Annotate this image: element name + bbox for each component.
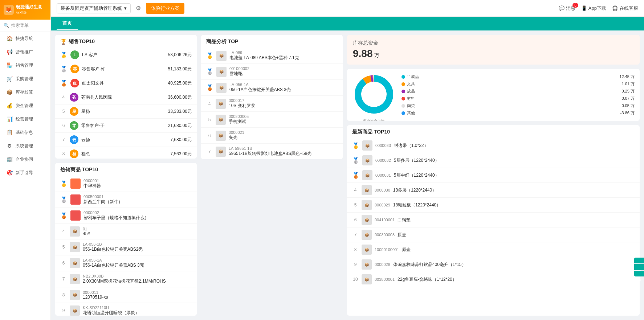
rank-medal: 🥈 — [60, 66, 68, 73]
product-info: 0000011 12070519-xs — [83, 290, 108, 300]
list-item: 5 📦 0000029 18颗粒板（1220*2440） — [347, 198, 640, 213]
inventory-value: 9.88 — [353, 48, 373, 60]
rank-medal: 🥇 — [352, 142, 359, 149]
product-name: 22g鱼豆腐-烧烤味（1*12*20） — [398, 276, 457, 283]
product-info: 000500001 新西兰牛肉（新牛） — [83, 194, 123, 205]
chart-label: 库存资金占比 — [363, 119, 385, 121]
list-item: 🥉 📦 LA-056-1A 056-1A白色按键开关盖ABS 3壳 — [201, 80, 343, 96]
search-icon: 🔍 — [4, 23, 9, 28]
product-img: 📦 — [70, 274, 80, 284]
hot-products-title: 热销商品 TOP10 — [55, 163, 197, 176]
product-name: 原壹 — [398, 232, 406, 238]
product-code: 001000002 — [229, 66, 249, 71]
rank-num: 8 — [352, 247, 359, 252]
sidebar-item-finance[interactable]: 💰资金管理 — [0, 99, 50, 112]
product-code: 000800008 — [375, 233, 395, 237]
chevron-down-icon: ▾ — [124, 5, 127, 11]
rank-num: 6 — [60, 123, 67, 128]
product-code: 0000033 — [375, 143, 391, 148]
sidebar-brand: 畅捷通好生意 标准版 — [16, 4, 42, 15]
product-img: 📦 — [216, 51, 227, 61]
table-row: 4 苍 苍南县人民医院 36,600.00元 — [55, 90, 197, 104]
product-name: 新西兰牛肉（新牛） — [83, 199, 123, 205]
sidebar-item-sales[interactable]: 🏪销售管理 — [0, 59, 50, 72]
product-name: 056-1A白色按键开关盖ABS 3壳 — [229, 87, 291, 93]
tab-home[interactable]: 首页 — [57, 17, 78, 30]
rank-num: 4 — [60, 229, 67, 234]
avatar: L — [70, 50, 79, 59]
sidebar-item-enterprise[interactable]: 🏢企业协同 — [0, 153, 50, 166]
search-menu[interactable]: 🔍 搜索菜单 — [0, 20, 50, 32]
product-img: 📦 — [70, 258, 80, 268]
product-code: 10000100001 — [375, 247, 399, 252]
product-code: 000800005 — [229, 114, 249, 119]
product-info: LA-59651-1B 59651-1B旋转投影灯电池盒ABS黑色+58壳 — [229, 146, 311, 157]
float-button[interactable]: 客服热线 — [634, 258, 644, 263]
product-img: 📦 — [216, 115, 226, 125]
hot-products-card: 热销商品 TOP10 🥇 0000001 中华神器 🥈 000500001 新西… — [55, 163, 197, 316]
avatar: 零 — [70, 65, 79, 73]
inventory-card: 库存总资金 9.88 万 — [347, 35, 640, 65]
app-download-item[interactable]: 📱 App下载 — [581, 5, 606, 12]
product-img: 📦 — [362, 170, 372, 180]
product-name: 体碗嘉枚味苏打饮品400毫升（1*15） — [393, 262, 466, 268]
trophy-icon: 🏆 — [60, 39, 66, 45]
content: 🏆 销售TOP10 🥇 L LS 客户 53,006.26元🥈 零 零售客户-许… — [51, 30, 644, 320]
legend-val: 0.07 万 — [622, 96, 635, 101]
sidebar-item-purchase[interactable]: 🛒采购管理 — [0, 72, 50, 86]
float-button[interactable]: 服务社区 — [634, 264, 644, 270]
list-item: 🥉 0000002 智利车子里（规格不知道填什么） — [55, 208, 197, 224]
online-service-item[interactable]: 🎧 在线客服 — [612, 5, 638, 12]
rank-num: 8 — [60, 151, 67, 156]
sidebar-item-marketing[interactable]: 📢营销推广 — [0, 45, 50, 59]
sidebar-item-system[interactable]: ⚙系统管理 — [0, 139, 50, 153]
float-button[interactable]: 直播 — [634, 271, 644, 276]
try-btn[interactable]: 体验行业方案 — [146, 3, 184, 14]
rank-medal: 🥇 — [60, 180, 68, 187]
product-code: 01 — [83, 227, 90, 231]
message-item[interactable]: 💬 消息 6 — [559, 5, 575, 12]
avatar: 云 — [70, 135, 78, 144]
gear-icon[interactable]: ⚙ — [134, 5, 142, 12]
avatar: 档 — [70, 149, 78, 158]
legend-name: 材料 — [407, 96, 620, 101]
rank-medal: 🥈 — [60, 196, 68, 203]
donut-chart-svg — [352, 73, 396, 116]
legend-name: 其他 — [407, 110, 619, 116]
sidebar-label-guide: 新手引导 — [16, 170, 33, 176]
product-img: 📦 — [362, 200, 372, 210]
sidebar-item-basic-info[interactable]: 📋基础信息 — [0, 126, 50, 139]
product-info: LA-056-1B 056-1B白色按键开关壳ABS2壳 — [83, 242, 143, 253]
inventory-unit: 万 — [374, 52, 379, 59]
sidebar-item-inventory[interactable]: 📦库存核算 — [0, 86, 50, 99]
legend-item: 半成品 12.45 万 — [402, 74, 635, 79]
sidebar-icon-basic-info: 📋 — [6, 130, 13, 135]
customer-value: 33,333.00元 — [168, 108, 192, 115]
inventory-title: 库存总资金 — [353, 40, 634, 46]
sidebar-icon-system: ⚙ — [6, 143, 13, 149]
sidebar-item-guide[interactable]: 🎯新手引导 — [0, 166, 50, 180]
system-selector[interactable]: 装备及固定资产辅助管理系统 ▾ — [57, 3, 131, 13]
product-name: 夹壳 — [229, 135, 244, 141]
product-name: 花语萌恒温分腿睡袋（厚款） — [83, 310, 139, 316]
list-item: 10 📦 003800001 22g鱼豆腐-烧烤味（1*12*20） — [347, 272, 640, 287]
sidebar-item-quick-nav[interactable]: 🏠快捷导航 — [0, 32, 50, 45]
right-panel: 库存总资金 9.88 万 — [347, 35, 640, 316]
mobile-icon: 📱 — [581, 5, 587, 11]
product-name: 白钢垫 — [398, 217, 411, 223]
list-item: 8 📦 10000100001 原壹 — [347, 242, 640, 257]
product-img: 📦 — [362, 230, 372, 240]
product-code: 0000017 — [229, 98, 255, 103]
list-item: 7 📦 LA-59651-1B 59651-1B旋转投影灯电池盒ABS黑色+58… — [201, 144, 343, 159]
customer-value: 40,925.00元 — [168, 80, 192, 86]
product-img: 📦 — [216, 99, 226, 109]
sidebar-item-operation[interactable]: 📊经营管理 — [0, 112, 50, 126]
product-img — [70, 194, 81, 205]
product-code: KK-SD22110H — [83, 305, 139, 310]
product-name: 5层中纤（1220*2440） — [394, 172, 439, 179]
rank-num: 6 — [60, 260, 67, 266]
product-info: 0000002 智利车子里（规格不知道填什么） — [83, 210, 149, 221]
product-name: 18多层（1220*2440） — [393, 187, 436, 193]
product-img: 📦 — [216, 67, 227, 77]
customer-name: 云扬 — [81, 137, 167, 143]
